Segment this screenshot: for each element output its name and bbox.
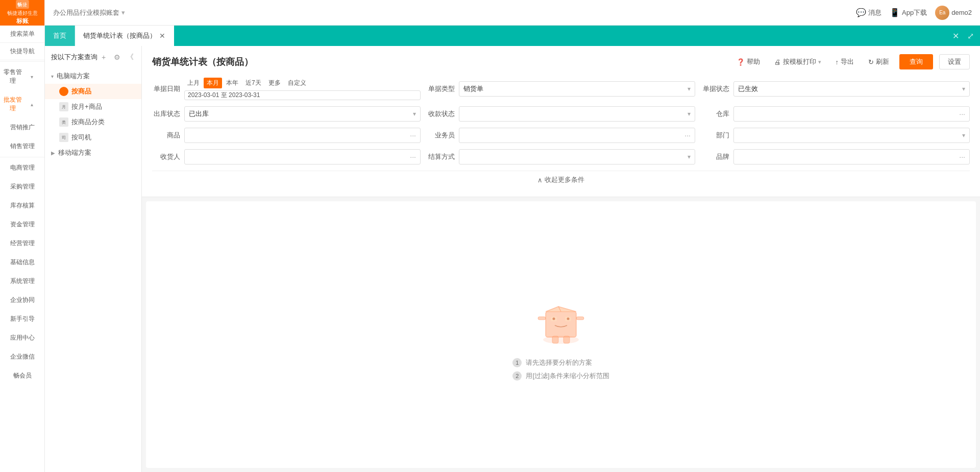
svg-rect-4 xyxy=(546,312,576,337)
print-btn[interactable]: 🖨 按模板打印 ▾ xyxy=(770,55,825,68)
tree-by-category[interactable]: 类 按商品分类 xyxy=(45,114,141,130)
payment-status-label: 收款状态 xyxy=(427,109,455,119)
settings-button[interactable]: 设置 xyxy=(939,54,970,69)
tree-section: ▾ 电脑端方案 按商品 月 按月+商品 类 按商品分类 xyxy=(45,66,141,162)
header-right: 💬 消息 📱 App下载 Ea demo2 xyxy=(856,6,972,20)
tab-home[interactable]: 首页 xyxy=(45,26,75,46)
svg-point-7 xyxy=(553,318,555,320)
date-filter: 单据日期 上月 本月 本年 近7天 更多 自定义 2023- xyxy=(152,78,421,100)
sidebar-item-operations[interactable]: 经营管理 xyxy=(0,234,44,253)
sidebar-item-retail[interactable]: 零售管理 ▾ xyxy=(0,63,44,90)
sidebar-item-appstore[interactable]: 应用中心 xyxy=(0,328,44,347)
receiver-input[interactable]: ··· xyxy=(184,149,421,164)
tree-by-dept[interactable]: 司 按司机 xyxy=(45,130,141,145)
message-btn[interactable]: 💬 消息 xyxy=(856,8,881,17)
brand-dots[interactable]: ··· xyxy=(959,153,965,161)
svg-point-8 xyxy=(567,318,570,320)
product-dots[interactable]: ··· xyxy=(410,131,416,139)
date-this-year[interactable]: 本年 xyxy=(223,78,241,88)
refresh-btn[interactable]: ↻ 刷新 xyxy=(864,55,893,68)
brand-label: 品牌 xyxy=(701,152,729,161)
sidebar-item-finance[interactable]: 资金管理 xyxy=(0,215,44,234)
settings-scheme-btn[interactable]: ⚙ xyxy=(112,52,122,62)
tree-mobile[interactable]: ▶ 移动端方案 xyxy=(45,145,141,160)
brand-input[interactable]: ··· xyxy=(733,149,970,164)
department-select[interactable] xyxy=(733,128,970,143)
breadcrumb-arrow: ▾ xyxy=(121,9,125,16)
date-7days[interactable]: 近7天 xyxy=(242,78,264,88)
sidebar-item-ecommerce[interactable]: 电商管理 xyxy=(0,158,44,177)
sidebar-item-basic[interactable]: 基础信息 xyxy=(0,253,44,272)
settlement-select[interactable] xyxy=(459,149,695,164)
salesperson-dots[interactable]: ··· xyxy=(684,131,691,139)
tree-by-product[interactable]: 按商品 xyxy=(45,84,141,99)
department-filter: 部门 xyxy=(701,128,970,143)
payment-status-select[interactable] xyxy=(459,106,695,122)
doc-type-select[interactable]: 销货单 xyxy=(459,81,695,97)
main-area: 办公用品行业模拟账套 ▾ 💬 消息 📱 App下载 Ea demo2 首页 xyxy=(45,0,980,472)
sidebar-item-purchase[interactable]: 采购管理 xyxy=(0,177,44,196)
sidebar-item-system[interactable]: 系统管理 xyxy=(0,272,44,291)
doc-type-filter: 单据类型 销货单 xyxy=(427,81,695,97)
sidebar-item-marketing[interactable]: 营销推广 xyxy=(0,118,44,137)
date-custom[interactable]: 自定义 xyxy=(285,78,309,88)
salesperson-input[interactable]: ··· xyxy=(459,128,695,143)
app-download-btn[interactable]: 📱 App下载 xyxy=(890,8,927,17)
receiver-dots[interactable]: ··· xyxy=(410,153,416,161)
query-button[interactable]: 查询 xyxy=(899,54,933,69)
sidebar-item-enterprise[interactable]: 企业协同 xyxy=(0,291,44,310)
close-tab-icon[interactable]: ✕ xyxy=(159,32,165,40)
user-area[interactable]: Ea demo2 xyxy=(935,6,972,20)
sidebar-item-newbie[interactable]: 新手引导 xyxy=(0,310,44,328)
empty-state: 1 请先选择要分析的方案 2 用[过滤]条件来缩小分析范围 xyxy=(146,201,976,468)
doc-type-label: 单据类型 xyxy=(427,84,455,93)
empty-illustration xyxy=(530,289,592,350)
doc-status-select[interactable]: 已生效 xyxy=(733,81,970,97)
warehouse-input[interactable]: ··· xyxy=(733,106,970,122)
collapse-panel-btn[interactable]: 《 xyxy=(125,52,135,62)
sidebar-item-wholesale[interactable]: 批发管理 ▴ xyxy=(0,90,44,118)
add-scheme-btn[interactable]: + xyxy=(99,52,109,62)
tree-desktop[interactable]: ▾ 电脑端方案 xyxy=(45,68,141,84)
header-left: 办公用品行业模拟账套 ▾ xyxy=(53,8,125,17)
refresh-icon: ↻ xyxy=(868,58,874,66)
collapse-label: 收起更多条件 xyxy=(545,175,584,184)
product-input[interactable]: ··· xyxy=(184,128,421,143)
quick-nav[interactable]: 快捷导航 xyxy=(0,43,44,60)
out-status-select[interactable]: 已出库 xyxy=(184,106,421,122)
out-status-label: 出库状态 xyxy=(152,109,180,119)
maximize-icon[interactable]: ⤢ xyxy=(965,29,976,43)
sidebar-item-member[interactable]: 畅会员 xyxy=(0,366,44,385)
date-this-month[interactable]: 本月 xyxy=(204,78,222,88)
date-quick-options: 上月 本月 本年 近7天 更多 自定义 xyxy=(184,78,421,88)
sidebar-item-inventory[interactable]: 库存核算 xyxy=(0,196,44,215)
logo-icon: 畅 捷 xyxy=(15,0,30,9)
settlement-filter: 结算方式 xyxy=(427,149,695,164)
collapse-icon: ∧ xyxy=(537,176,543,184)
panel-actions: + ⚙ 《 xyxy=(99,52,135,62)
empty-tip-2: 2 用[过滤]条件来缩小分析范围 xyxy=(512,371,609,381)
export-btn[interactable]: ↑ 导出 xyxy=(831,55,859,68)
date-range-input[interactable]: 2023-03-01 至 2023-03-31 xyxy=(184,90,421,100)
breadcrumb: 办公用品行业模拟账套 ▾ xyxy=(53,8,125,17)
help-btn[interactable]: ❓ 帮助 xyxy=(732,55,764,68)
collapse-bar[interactable]: ∧ 收起更多条件 xyxy=(152,171,970,188)
close-window-icon[interactable]: ✕ xyxy=(950,29,961,43)
phone-icon: 📱 xyxy=(890,8,900,17)
date-last-month[interactable]: 上月 xyxy=(184,78,203,88)
svg-rect-12 xyxy=(564,336,570,343)
tab-sales-stats[interactable]: 销货单统计表（按商品） ✕ xyxy=(75,26,174,46)
warehouse-filter: 仓库 ··· xyxy=(701,106,970,122)
tree-by-month-product[interactable]: 月 按月+商品 xyxy=(45,99,141,114)
sidebar-item-sales[interactable]: 销售管理 xyxy=(0,137,44,156)
warehouse-dots[interactable]: ··· xyxy=(959,110,965,118)
sidebar-item-wechat[interactable]: 企业微信 xyxy=(0,347,44,366)
search-menu[interactable]: 搜索菜单 xyxy=(0,26,44,43)
right-panel: 销货单统计表（按商品） ❓ 帮助 🖨 按模板打印 ▾ ↑ xyxy=(142,46,980,472)
date-label: 单据日期 xyxy=(152,84,180,93)
date-more[interactable]: 更多 xyxy=(265,78,284,88)
settlement-label: 结算方式 xyxy=(427,152,455,161)
tree-arrow-right: ▶ xyxy=(51,150,55,156)
svg-text:捷: 捷 xyxy=(22,2,27,7)
home-tab-label: 首页 xyxy=(53,31,66,40)
